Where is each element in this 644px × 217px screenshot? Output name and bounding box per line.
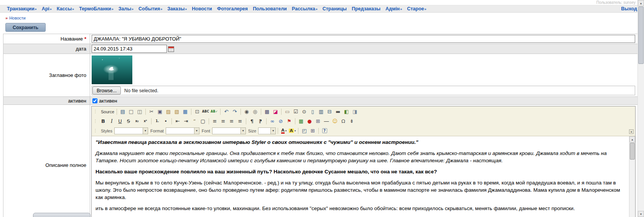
unlink-icon: ⊘	[279, 119, 283, 124]
link-button[interactable]: ∞	[268, 117, 276, 125]
page-scrollbar-thumb[interactable]	[638, 7, 644, 64]
select-field-button[interactable]: ⊟	[326, 108, 333, 116]
numbered-list-button[interactable]: 1.	[153, 117, 161, 125]
menu-item-admin[interactable]: Адмін»	[385, 6, 402, 11]
unlink-button[interactable]: ⊘	[277, 117, 285, 125]
page-scroll-down-icon[interactable]: ▼	[638, 211, 644, 217]
menu-item-stranitsy[interactable]: Страницы	[323, 6, 347, 11]
menu-item-novosti[interactable]: Новости	[192, 6, 212, 11]
source-button[interactable]: Source	[99, 108, 115, 116]
save-button[interactable]: ▤	[119, 108, 127, 116]
print-button[interactable]: ⊡	[193, 108, 201, 116]
paste-as-plain-text-button[interactable]: ▧	[173, 108, 181, 116]
align-justify-button[interactable]: ≡	[236, 117, 244, 125]
cut-button[interactable]: ✂	[148, 108, 155, 116]
logout-link[interactable]: Выход	[621, 6, 637, 11]
editor-scroll-up-icon[interactable]: ▲	[629, 136, 635, 142]
anchor-button[interactable]: ⚑	[285, 117, 293, 125]
breadcrumb-news-link[interactable]: Новости	[9, 16, 26, 20]
redo-icon: ↷	[233, 109, 237, 114]
menu-item-kassy[interactable]: Кассы»	[57, 6, 74, 11]
align-center-button[interactable]: ≡	[219, 117, 227, 125]
menu-item-zakazy[interactable]: Заказы»	[167, 6, 187, 11]
active-checkbox[interactable]	[92, 98, 97, 103]
checkbox-button[interactable]: ☑	[292, 108, 300, 116]
font-combo[interactable]: ▾	[212, 127, 246, 134]
menu-item-staroe[interactable]: Старое»	[407, 6, 426, 11]
toolbar-collapse-button[interactable]: ▴	[629, 129, 634, 134]
preview-button[interactable]: ◫	[136, 108, 143, 116]
strikethrough-button[interactable]: S	[125, 117, 132, 125]
align-right-button[interactable]: ≡	[228, 117, 236, 125]
styles-combo[interactable]: ▾	[114, 127, 148, 134]
select-all-button[interactable]: ▩	[263, 108, 271, 116]
text-color-button[interactable]: A▾	[280, 127, 288, 135]
image-button[interactable]: ▦	[297, 117, 305, 125]
spell-check-button[interactable]: ABC	[202, 108, 209, 116]
smiley-button[interactable]: ☺	[331, 117, 339, 125]
calendar-icon[interactable]	[168, 46, 174, 52]
spell-check-as-you-type-button[interactable]: AB✓	[210, 108, 218, 116]
button-button[interactable]: ▬	[334, 108, 342, 116]
menu-item-zaly[interactable]: Залы»	[119, 6, 133, 11]
form-button[interactable]: ▭	[283, 108, 291, 116]
redo-button[interactable]: ↷	[231, 108, 239, 116]
browse-button[interactable]: Browse...	[92, 86, 121, 95]
editor-paragraph: Джамала нарушает все твои персональные г…	[96, 150, 625, 164]
show-blocks-button[interactable]: ⊞	[309, 127, 316, 135]
replace-button[interactable]: ◎	[251, 108, 259, 116]
bottom-scrollbar-thumb[interactable]	[33, 213, 91, 217]
horizontal-rule-button[interactable]: ―	[323, 117, 330, 125]
editor-scrollbar[interactable]: ▲	[629, 136, 635, 217]
menu-item-predzakazy[interactable]: Предзаказы	[352, 6, 380, 11]
editor-body[interactable]: "Известная певица рассказала в эксклюзив…	[92, 136, 629, 217]
italic-button[interactable]: I	[108, 117, 115, 125]
special-character-button[interactable]: Ω	[339, 117, 347, 125]
about-button[interactable]: ?	[321, 127, 328, 135]
menu-item-api[interactable]: Api»	[42, 6, 52, 11]
subscript-button[interactable]: x₂	[133, 117, 141, 125]
bulleted-list-button[interactable]: •	[162, 117, 170, 125]
bold-button[interactable]: B	[99, 117, 107, 125]
flash-button[interactable]: ●	[306, 117, 313, 125]
text-direction-ltr-button[interactable]: ¶	[248, 117, 256, 125]
superscript-button[interactable]: x²	[142, 117, 149, 125]
remove-format-button[interactable]: ◪	[272, 108, 279, 116]
align-left-button[interactable]: ≡	[211, 117, 219, 125]
menu-item-sobytiya[interactable]: События»	[138, 6, 162, 11]
underline-button[interactable]: U	[116, 117, 124, 125]
copy-button[interactable]: ▣	[156, 108, 164, 116]
date-input[interactable]	[92, 45, 167, 53]
radio-button-button[interactable]: ⊙	[300, 108, 308, 116]
size-combo[interactable]: ▾	[258, 127, 276, 134]
text-direction-rtl-button[interactable]: ⁋	[257, 117, 264, 125]
table-button[interactable]: ⊞	[314, 117, 322, 125]
hidden-field-button[interactable]: ◨	[351, 108, 359, 116]
paste-from-word-button[interactable]: ▦	[181, 108, 189, 116]
create-div-button[interactable]: ▢	[199, 117, 207, 125]
page-scrollbar[interactable]: ▲ ▼	[637, 0, 644, 217]
menu-item-rassylka[interactable]: Рассылка»	[292, 6, 318, 11]
paste-button[interactable]: ▨	[165, 108, 172, 116]
increase-indent-button[interactable]: ⇥	[182, 117, 190, 125]
page-scroll-up-icon[interactable]: ▲	[638, 0, 644, 6]
menu-item-termoblanki[interactable]: ТермоБланки»	[79, 6, 114, 11]
background-color-button[interactable]: A▾	[288, 127, 296, 135]
page-break-button[interactable]: ⇟	[348, 117, 356, 125]
textarea-button[interactable]: ▥	[317, 108, 325, 116]
text-field-button[interactable]: ▯	[309, 108, 316, 116]
menu-item-transactions[interactable]: Транзакции»	[7, 6, 37, 11]
new-page-button[interactable]: □	[127, 108, 135, 116]
maximize-button[interactable]: ◰	[300, 127, 308, 135]
undo-button[interactable]: ↶	[222, 108, 230, 116]
blockquote-button[interactable]: “	[191, 117, 198, 125]
save-button[interactable]: Сохранить	[5, 23, 46, 32]
editor-scrollbar-thumb[interactable]	[630, 143, 635, 160]
find-button[interactable]: ◉	[243, 108, 250, 116]
menu-item-fotogalereya[interactable]: Фотогалерея	[217, 6, 248, 11]
menu-item-polzovateli[interactable]: Пользователи	[253, 6, 287, 11]
format-combo[interactable]: ▾	[166, 127, 199, 134]
decrease-indent-button[interactable]: ⇤	[174, 117, 181, 125]
title-input[interactable]	[92, 35, 635, 43]
image-button-button[interactable]: ◧	[343, 108, 350, 116]
